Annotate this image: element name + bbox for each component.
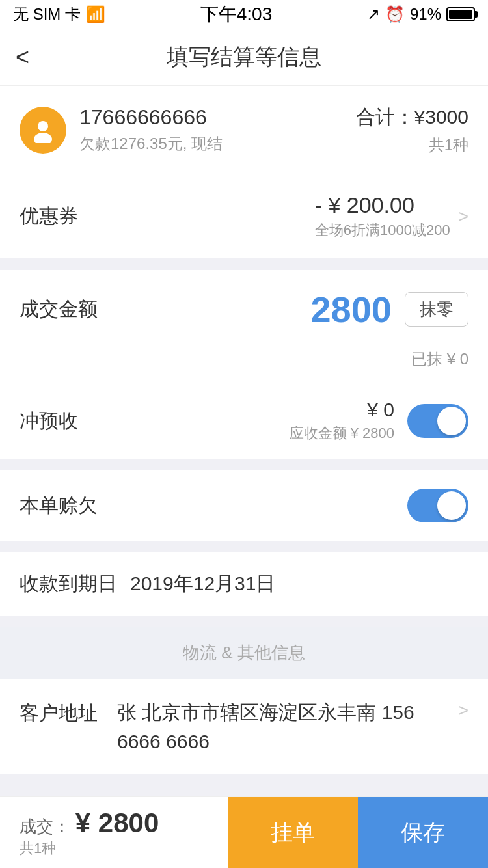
divider-line-left xyxy=(20,653,172,653)
hang-button[interactable]: 挂单 xyxy=(228,797,358,869)
status-right: ↗ ⏰ 91% xyxy=(367,5,475,23)
toggle-knob xyxy=(437,407,466,435)
total-amount: 合计：¥3000 xyxy=(356,104,468,131)
coupon-label: 优惠券 xyxy=(20,203,78,230)
alarm-icon: ⏰ xyxy=(385,5,405,23)
total-label: 合计： xyxy=(356,106,414,128)
amount-row: 成交金额 2800 抹零 xyxy=(0,270,488,349)
transaction-amount: 2800 xyxy=(310,288,392,331)
svg-point-0 xyxy=(38,121,48,131)
amount-right: 2800 抹零 xyxy=(310,288,468,331)
save-button[interactable]: 保存 xyxy=(358,797,488,869)
bottom-count: 共1种 xyxy=(20,839,208,858)
arrears-label: 本单赊欠 xyxy=(20,493,98,519)
address-value: 张 北京市市辖区海淀区永丰南 156 6666 6666 xyxy=(117,698,452,756)
arrears-row: 本单赊欠 xyxy=(0,470,488,541)
page-header: < 填写结算等信息 xyxy=(0,29,488,86)
due-date-label: 收款到期日 xyxy=(20,571,117,597)
customer-total: 合计：¥3000 共1种 xyxy=(356,104,468,156)
prepay-right: ¥ 0 应收金额 ¥ 2800 xyxy=(290,399,468,443)
customer-phone: 17666666666 xyxy=(79,105,223,129)
transaction-sub: 已抹 ¥ 0 xyxy=(0,349,488,383)
prepay-sub: 应收金额 ¥ 2800 xyxy=(290,424,394,443)
main-content: 17666666666 欠款1276.35元, 现结 合计：¥3000 共1种 … xyxy=(0,86,488,868)
coupon-info: - ¥ 200.00 全场6折满1000减200 xyxy=(315,193,450,240)
page-title: 填写结算等信息 xyxy=(167,42,321,72)
customer-details: 17666666666 欠款1276.35元, 现结 xyxy=(79,105,223,154)
battery-percent: 91% xyxy=(410,5,441,23)
location-icon: ↗ xyxy=(367,5,380,23)
coupon-desc: 全场6折满1000减200 xyxy=(315,221,450,240)
coupon-amount: - ¥ 200.00 xyxy=(315,193,450,218)
svg-point-1 xyxy=(34,133,52,143)
wifi-icon: 📶 xyxy=(86,5,105,23)
bottom-amount: ¥ 2800 xyxy=(75,807,159,838)
total-value: ¥3000 xyxy=(414,106,468,128)
address-chevron-icon: > xyxy=(458,698,468,721)
arrears-section: 本单赊欠 xyxy=(0,470,488,541)
battery-icon xyxy=(446,7,475,21)
arrears-toggle[interactable] xyxy=(407,489,468,522)
logistics-divider: 物流 & 其他信息 xyxy=(0,627,488,679)
status-bar: 无 SIM 卡 📶 下午4:03 ↗ ⏰ 91% xyxy=(0,0,488,29)
divider-line-right xyxy=(316,653,468,653)
avatar xyxy=(20,107,66,154)
prepay-label: 冲预收 xyxy=(20,408,78,435)
coupon-row[interactable]: 优惠券 - ¥ 200.00 全场6折满1000减200 > xyxy=(0,174,488,258)
customer-debt: 欠款1276.35元, 现结 xyxy=(79,133,223,154)
address-label: 客户地址 xyxy=(20,698,98,727)
coupon-chevron-icon: > xyxy=(458,206,468,227)
status-left: 无 SIM 卡 📶 xyxy=(13,4,105,25)
sim-text: 无 SIM 卡 xyxy=(13,4,81,25)
prepay-values: ¥ 0 应收金额 ¥ 2800 xyxy=(290,399,394,443)
address-row[interactable]: 客户地址 张 北京市市辖区海淀区永丰南 156 6666 6666 > xyxy=(0,679,488,774)
prepay-row: 冲预收 ¥ 0 应收金额 ¥ 2800 xyxy=(0,383,488,459)
customer-info-left: 17666666666 欠款1276.35元, 现结 xyxy=(20,105,223,154)
bottom-amount-row: 成交： ¥ 2800 xyxy=(20,807,208,839)
coupon-right: - ¥ 200.00 全场6折满1000减200 > xyxy=(315,193,468,240)
status-time: 下午4:03 xyxy=(200,2,273,27)
bottom-summary: 成交： ¥ 2800 共1种 xyxy=(0,807,228,858)
transaction-section: 成交金额 2800 抹零 已抹 ¥ 0 冲预收 ¥ 0 应收金额 ¥ 2800 xyxy=(0,270,488,459)
logistics-label: 物流 & 其他信息 xyxy=(183,642,305,664)
round-button[interactable]: 抹零 xyxy=(405,292,468,327)
due-date-value: 2019年12月31日 xyxy=(130,571,275,597)
transaction-label: 成交金额 xyxy=(20,296,98,323)
back-button[interactable]: < xyxy=(16,44,29,71)
bottom-amount-label: 成交： xyxy=(20,817,70,836)
due-date-row: 收款到期日 2019年12月31日 xyxy=(0,552,488,616)
arrears-toggle-knob xyxy=(437,491,466,520)
bottom-bar: 成交： ¥ 2800 共1种 挂单 保存 xyxy=(0,796,488,868)
customer-card: 17666666666 欠款1276.35元, 现结 合计：¥3000 共1种 xyxy=(0,86,488,174)
item-count: 共1种 xyxy=(356,135,468,156)
prepay-amount: ¥ 0 xyxy=(290,399,394,421)
prepay-toggle[interactable] xyxy=(407,404,468,438)
